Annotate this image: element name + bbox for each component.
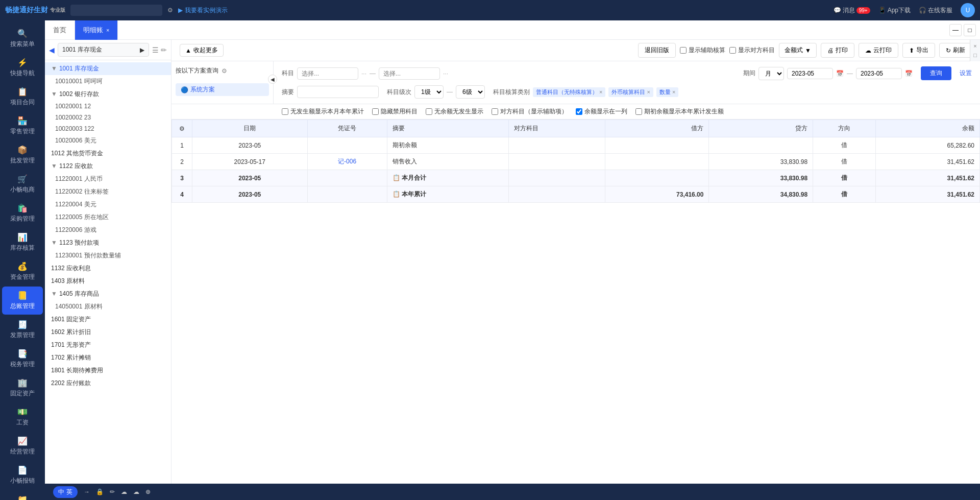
no-open-accum-input[interactable] — [635, 108, 642, 115]
return-old-btn[interactable]: 退回旧版 — [638, 43, 676, 58]
sidebar-item-capital[interactable]: 💰 资金管理 — [2, 257, 43, 285]
tab-home[interactable]: 首页 — [45, 20, 75, 40]
tree-node-11220006[interactable]: 11220006 游戏 — [45, 224, 171, 236]
subject-from-input[interactable] — [297, 67, 358, 80]
status-arrow[interactable]: → — [84, 488, 90, 495]
collapse-btn[interactable]: ◀ — [268, 75, 277, 84]
balance-one-col-checkbox[interactable]: 余额显示在一列 — [576, 107, 627, 116]
no-occur-input[interactable] — [282, 108, 288, 115]
tree-node-11220002[interactable]: 11220002 往来标签 — [45, 185, 171, 198]
tree-node-11220004[interactable]: 11220004 美元 — [45, 198, 171, 211]
status-cloud2-icon[interactable]: ☁ — [133, 488, 139, 495]
tree-node-11230001[interactable]: 11230001 预付款数量辅 — [45, 249, 171, 262]
tab-close-btn[interactable]: × — [106, 27, 109, 33]
tree-node-1123[interactable]: ▼1123 预付款项 — [45, 236, 171, 249]
period-from-input[interactable] — [787, 68, 833, 79]
contra-dir-input[interactable] — [492, 108, 498, 115]
tag-quantity-close[interactable]: × — [672, 89, 675, 95]
sidebar-item-assets[interactable]: 🏢 固定资产 — [2, 374, 43, 402]
account-selector[interactable]: 1001 库存现金 ▶ — [58, 43, 149, 57]
status-lock-icon[interactable]: 🔒 — [96, 488, 104, 495]
message-btn[interactable]: 💬 消息 99+ — [834, 6, 870, 15]
level-to-select[interactable]: 6级 — [456, 85, 485, 99]
level-from-select[interactable]: 1级 — [414, 85, 444, 99]
tree-node-10020001[interactable]: 10020001 12 — [45, 101, 171, 112]
user-avatar[interactable]: U — [961, 3, 975, 17]
sidebar-item-salesreport[interactable]: 📄 小畅报销 — [2, 461, 43, 489]
tree-node-1012[interactable]: 1012 其他货币资金 — [45, 147, 171, 160]
sidebar-item-purchase[interactable]: 🛍️ 采购管理 — [2, 199, 43, 227]
sidebar-item-inventory[interactable]: 📊 库存核算 — [2, 228, 43, 256]
sidebar-item-ledger[interactable]: 📒 总账管理 — [2, 287, 43, 315]
period-type-select[interactable]: 月 — [758, 67, 784, 80]
no-open-accum-checkbox[interactable]: 期初余额显示本年累计发生额 — [635, 107, 724, 116]
tree-node-10010001[interactable]: 10010001 呵呵呵 — [45, 75, 171, 88]
show-aux-input[interactable] — [680, 47, 687, 54]
tree-back-icon[interactable]: ◀ — [49, 46, 55, 54]
tree-edit-icon[interactable]: ✏ — [161, 46, 167, 54]
tree-node-1602[interactable]: 1602 累计折旧 — [45, 326, 171, 339]
export-btn[interactable]: ⬆ 导出 — [902, 43, 935, 58]
period-to-input[interactable] — [856, 68, 902, 79]
no-balance-checkbox[interactable]: 无余额无发生显示 — [426, 107, 483, 116]
sidebar-item-project[interactable]: 📋 项目合同 — [2, 83, 43, 111]
tree-node-11220001[interactable]: 11220001 人民币 — [45, 173, 171, 185]
status-add-icon[interactable]: ⊕ — [145, 488, 151, 495]
hide-disabled-checkbox[interactable]: 隐藏禁用科目 — [372, 107, 418, 116]
sidebar-item-base[interactable]: 📁 基础信息 — [2, 490, 43, 500]
tree-node-1122[interactable]: ▼1122 应收款 — [45, 160, 171, 173]
cloud-print-btn[interactable]: ☁ 云打印 — [859, 43, 898, 58]
tree-node-1403[interactable]: 1403 原材料 — [45, 275, 171, 288]
summary-input[interactable] — [297, 86, 379, 98]
status-cloud1-icon[interactable]: ☁ — [121, 488, 127, 495]
expand-more-btn[interactable]: ▲ 收起更多 — [180, 44, 224, 57]
sidebar-item-ecommerce[interactable]: 🛒 小畅电商 — [2, 170, 43, 198]
sidebar-item-search[interactable]: 🔍 搜索菜单 — [2, 25, 43, 53]
print-btn[interactable]: 🖨 打印 — [821, 43, 854, 58]
show-aux-checkbox[interactable]: 显示辅助核算 — [680, 46, 725, 55]
tree-node-1132[interactable]: 1132 应收利息 — [45, 262, 171, 275]
th-settings[interactable]: ⚙ — [172, 120, 192, 137]
tree-node-1601[interactable]: 1601 固定资产 — [45, 313, 171, 326]
subject-to-input[interactable] — [379, 67, 440, 80]
tab-minimize-btn[interactable]: — — [949, 24, 962, 36]
tree-node-1702[interactable]: 1702 累计摊销 — [45, 351, 171, 364]
voucher-link[interactable]: 记-006 — [338, 158, 356, 165]
tab-detail[interactable]: 明细账 × — [75, 20, 118, 40]
online-service-btn[interactable]: 🎧 在线客服 — [919, 6, 952, 15]
settings-gear-icon[interactable]: ⚙ — [167, 7, 173, 14]
tab-maximize-btn[interactable]: □ — [964, 24, 976, 36]
float-close-btn[interactable]: × — [971, 42, 979, 50]
search-btn[interactable]: 查询 — [921, 66, 951, 80]
sidebar-item-invoice[interactable]: 🧾 发票管理 — [2, 316, 43, 344]
settings-link[interactable]: 设置 — [960, 69, 972, 78]
balance-one-col-input[interactable] — [576, 108, 582, 115]
sidebar-item-wholesale[interactable]: 📦 批发管理 — [2, 141, 43, 169]
sidebar-item-quick[interactable]: ⚡ 快捷导航 — [2, 54, 43, 82]
tree-node-1801[interactable]: 1801 长期待摊费用 — [45, 364, 171, 377]
tree-node-2202[interactable]: 2202 应付账款 — [45, 377, 171, 390]
sidebar-item-business[interactable]: 📈 经营管理 — [2, 432, 43, 460]
tree-node-1001[interactable]: ▼1001 库存现金 — [45, 62, 171, 75]
cell-voucher[interactable]: 记-006 — [307, 154, 387, 170]
tree-node-1405[interactable]: ▼1405 库存商品 — [45, 288, 171, 300]
tree-node-1701[interactable]: 1701 无形资产 — [45, 339, 171, 351]
sidebar-item-retail[interactable]: 🏪 零售管理 — [2, 112, 43, 140]
search-input[interactable] — [70, 5, 162, 16]
tag-foreign-close[interactable]: × — [647, 89, 650, 95]
tree-node-10020006[interactable]: 10020006 美元 — [45, 134, 171, 147]
no-balance-input[interactable] — [426, 108, 432, 115]
calendar-from-icon[interactable]: 📅 — [836, 70, 844, 77]
tag-normal-close[interactable]: × — [599, 89, 602, 95]
tree-list-icon[interactable]: ☰ — [152, 46, 159, 54]
tree-node-14050001[interactable]: 14050001 原材料 — [45, 300, 171, 313]
no-occur-checkbox[interactable]: 无发生额显示本月本年累计 — [282, 107, 364, 116]
sidebar-item-salary[interactable]: 💵 工资 — [2, 403, 43, 431]
contra-dir-checkbox[interactable]: 对方科目（显示辅助项） — [492, 107, 568, 116]
status-lang-btn[interactable]: 中 英 — [53, 486, 78, 498]
show-contra-input[interactable] — [729, 47, 736, 54]
tree-node-10020002[interactable]: 10020002 23 — [45, 112, 171, 123]
tree-node-11220005[interactable]: 11220005 所在地区 — [45, 211, 171, 224]
amount-format-btn[interactable]: 金额式 ▼ — [779, 43, 817, 58]
tree-node-10020003[interactable]: 10020003 122 — [45, 123, 171, 134]
